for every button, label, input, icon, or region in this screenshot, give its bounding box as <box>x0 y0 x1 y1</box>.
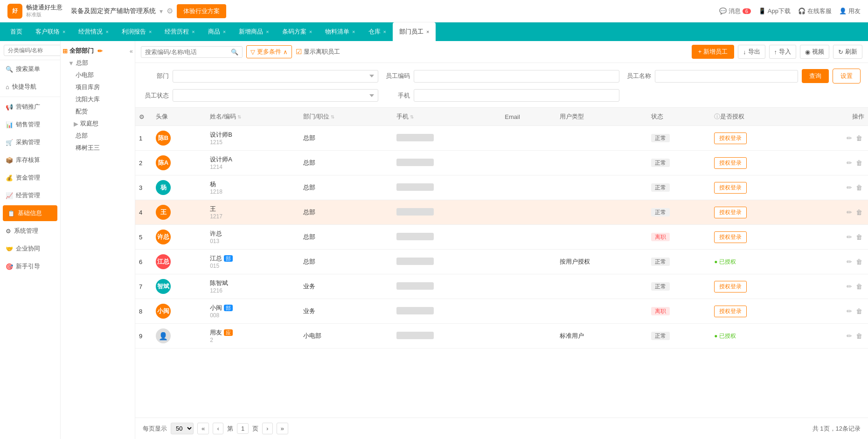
auth-login-button[interactable]: 授权登录 <box>714 306 747 317</box>
tab-add-goods-close[interactable]: × <box>266 29 269 35</box>
search-input[interactable] <box>145 49 229 56</box>
delete-icon[interactable]: 🗑 <box>856 159 862 167</box>
tab-add-goods[interactable]: 新增商品 × <box>232 22 275 41</box>
sidebar-item-search[interactable]: 🔍 搜索菜单 <box>0 60 60 78</box>
col-dept-sort[interactable]: 部门/职位 <box>303 112 334 121</box>
tab-customer-close[interactable]: × <box>62 29 65 35</box>
tab-employee-close[interactable]: × <box>426 29 429 35</box>
refresh-button[interactable]: ↻ 刷新 <box>833 45 862 59</box>
tab-bom-close[interactable]: × <box>352 29 355 35</box>
delete-icon[interactable]: 🗑 <box>856 283 862 290</box>
tab-history[interactable]: 经营历程 × <box>158 22 201 41</box>
next-page-btn[interactable]: › <box>262 423 272 434</box>
dept-item-peihuo[interactable]: 配货 <box>68 105 135 118</box>
gear-icon[interactable]: ⚙ <box>167 7 173 15</box>
tab-home[interactable]: 首页 <box>4 22 29 41</box>
edit-icon[interactable]: ✏ <box>847 283 852 290</box>
sidebar-item-system[interactable]: ⚙ 系统管理 <box>0 222 60 240</box>
edit-icon[interactable]: ✏ <box>847 209 852 216</box>
dept-item-zongbu2[interactable]: 总部 <box>68 130 135 142</box>
auth-login-button[interactable]: 授权登录 <box>714 231 747 243</box>
delete-icon[interactable]: 🗑 <box>856 332 862 340</box>
auth-login-button[interactable]: 授权登录 <box>714 207 747 218</box>
import-button[interactable]: ↑ 导入 <box>769 45 797 59</box>
export-button[interactable]: ↓ 导出 <box>738 45 765 59</box>
query-button[interactable]: 查询 <box>802 69 829 83</box>
auth-login-button[interactable]: 授权登录 <box>714 132 747 144</box>
tab-employee[interactable]: 部门员工 × <box>393 22 436 41</box>
tab-goods[interactable]: 商品 × <box>201 22 232 41</box>
filter-empname-input[interactable] <box>655 70 798 83</box>
sidebar-item-nav[interactable]: ⌂ 快捷导航 <box>0 78 60 96</box>
tab-customer[interactable]: 客户联络 × <box>29 22 72 41</box>
chevron-down-icon[interactable]: ▾ <box>160 7 163 15</box>
delete-icon[interactable]: 🗑 <box>856 209 862 216</box>
online-service-btn[interactable]: 🎧 在线客服 <box>798 7 832 15</box>
tab-operation[interactable]: 经营情况 × <box>72 22 115 41</box>
dept-item-shuangting[interactable]: ▶ 双庭想 <box>68 118 135 130</box>
sidebar-item-guide[interactable]: 🎯 新手引导 <box>0 258 60 275</box>
col-phone-sort[interactable]: 手机 <box>396 112 414 121</box>
tab-warehouse-close[interactable]: × <box>383 29 386 35</box>
user-btn[interactable]: 👤 用友 <box>839 7 861 15</box>
delete-icon[interactable]: 🗑 <box>856 307 862 315</box>
message-btn[interactable]: 💬 消息 6 <box>719 7 751 15</box>
delete-icon[interactable]: 🗑 <box>856 233 862 241</box>
tab-profit[interactable]: 利润报告 × <box>115 22 158 41</box>
tab-bom[interactable]: 物料清单 × <box>319 22 361 41</box>
per-page-select[interactable]: 50 <box>171 423 194 434</box>
edit-icon[interactable]: ✏ <box>847 307 852 315</box>
tab-history-close[interactable]: × <box>192 29 194 35</box>
sidebar-item-inventory[interactable]: 📦 库存核算 <box>0 151 60 169</box>
col-name-sort[interactable]: 姓名/编码 <box>210 112 241 121</box>
col-phone[interactable]: 手机 <box>393 108 501 126</box>
filter-phone-input[interactable] <box>414 89 619 102</box>
sidebar-search-input[interactable] <box>4 45 61 56</box>
add-employee-button[interactable]: + 新增员工 <box>692 45 734 59</box>
search-icon[interactable]: 🔍 <box>231 49 238 56</box>
tab-goods-close[interactable]: × <box>223 29 226 35</box>
sidebar-item-finance[interactable]: 💰 资金管理 <box>0 169 60 187</box>
filter-status-select[interactable] <box>173 89 378 102</box>
auth-login-button[interactable]: 授权登录 <box>714 182 747 194</box>
dept-group-header-zongbu[interactable]: ▼ 总部 <box>62 57 135 69</box>
set-button[interactable]: 设置 <box>833 69 861 84</box>
dept-item-xiangmuku[interactable]: 项目库房 <box>68 81 135 93</box>
filter-dept-select[interactable] <box>173 70 378 83</box>
sidebar-item-sales[interactable]: 📊 销售管理 <box>0 116 60 133</box>
edit-icon[interactable]: ✏ <box>847 134 852 142</box>
col-settings[interactable]: ⚙ <box>135 108 152 126</box>
sidebar-item-collab[interactable]: 🤝 企业协同 <box>0 240 60 258</box>
auth-login-button[interactable]: 授权登录 <box>714 157 747 169</box>
prev-page-btn[interactable]: ‹ <box>213 423 223 434</box>
delete-icon[interactable]: 🗑 <box>856 134 862 142</box>
edit-icon[interactable]: ✏ <box>847 159 852 167</box>
sidebar-item-marketing[interactable]: 📢 营销推广 <box>0 98 60 116</box>
dept-item-xiaodibu[interactable]: 小电部 <box>68 69 135 81</box>
delete-icon[interactable]: 🗑 <box>856 258 862 265</box>
tab-warehouse[interactable]: 仓库 × <box>362 22 393 41</box>
col-name[interactable]: 姓名/编码 <box>206 108 299 126</box>
edit-icon[interactable]: ✏ <box>847 258 852 265</box>
auth-login-button[interactable]: 授权登录 <box>714 281 747 293</box>
dept-collapse-icon[interactable]: « <box>130 48 133 55</box>
dept-item-xishu[interactable]: 稀树王三 <box>68 142 135 154</box>
edit-icon[interactable]: ✏ <box>847 233 852 241</box>
show-resigned-wrap[interactable]: ☑ 显示离职员工 <box>296 48 340 56</box>
delete-icon[interactable]: 🗑 <box>856 184 862 191</box>
filter-empcode-input[interactable] <box>414 70 619 83</box>
view-button[interactable]: ◉ 视频 <box>800 45 829 59</box>
tab-barcode-close[interactable]: × <box>309 29 312 35</box>
dept-item-shenyang[interactable]: 沈阳大库 <box>68 93 135 105</box>
trial-button[interactable]: 体验行业方案 <box>177 4 226 18</box>
tab-barcode[interactable]: 条码方案 × <box>276 22 319 41</box>
edit-icon[interactable]: ✏ <box>847 184 852 191</box>
dept-edit-icon[interactable]: ✏ <box>97 48 103 55</box>
sidebar-item-operation[interactable]: 📈 经营管理 <box>0 187 60 204</box>
col-dept[interactable]: 部门/职位 <box>299 108 393 126</box>
sidebar-item-basic[interactable]: 📋 基础信息 <box>3 205 57 221</box>
edit-icon[interactable]: ✏ <box>847 332 852 340</box>
first-page-btn[interactable]: « <box>197 423 209 434</box>
sidebar-item-purchase[interactable]: 🛒 采购管理 <box>0 133 60 151</box>
app-download-btn[interactable]: 📱 App下载 <box>758 7 791 15</box>
